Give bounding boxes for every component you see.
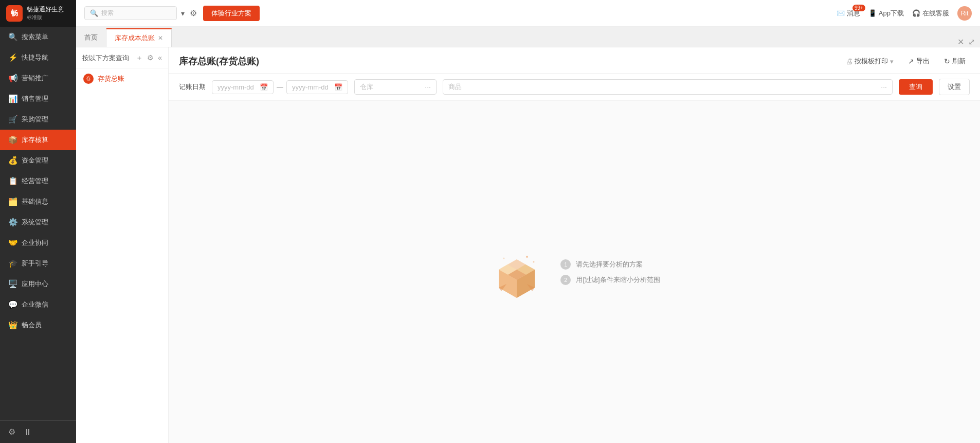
appcenter-icon: 🖥️ [8, 279, 17, 289]
sidebar-item-purchase[interactable]: 🛒 采购管理 [0, 109, 76, 130]
sidebar-item-label: 销售管理 [22, 94, 48, 103]
topbar-search-box[interactable]: 🔍 搜索 [84, 6, 177, 20]
refresh-btn[interactable]: ↻ 刷新 [940, 55, 970, 68]
sidebar-item-label: 企业协同 [22, 238, 48, 247]
sidebar-item-enterprise[interactable]: 🤝 企业协同 [0, 233, 76, 253]
sidebar-item-search[interactable]: 🔍 搜索菜单 [0, 27, 76, 47]
content-area: 按以下方案查询 ＋ ⚙ « 存 存货总账 库存总账(存货总账) [76, 47, 980, 443]
topbar-settings-button[interactable]: ⚙ [190, 8, 197, 18]
collapse-icon[interactable]: ⏸ [24, 428, 32, 437]
sidebar-item-system[interactable]: ⚙️ 系统管理 [0, 212, 76, 233]
tab-close-icon[interactable]: ✕ [158, 34, 163, 42]
marketing-icon: 📢 [8, 74, 17, 83]
logo-icon: 畅 [6, 5, 23, 22]
message-item[interactable]: ✉️ 消息 99+ [837, 9, 860, 18]
sidebar-item-newbie[interactable]: 🎓 新手引导 [0, 253, 76, 274]
export-btn[interactable]: ↗ 导出 [904, 55, 934, 68]
print-template-label: 按模板打印 [855, 57, 888, 66]
sidebar-item-capital[interactable]: 💰 资金管理 [0, 150, 76, 171]
tab-home-label: 首页 [84, 33, 98, 42]
empty-illustration [488, 244, 545, 300]
topbar-right: ✉️ 消息 99+ 📱 App下载 🎧 在线客服 Rit [837, 6, 972, 21]
filter-settings-icon[interactable]: ⚙ [147, 54, 154, 63]
settings-btn[interactable]: 设置 [939, 79, 970, 95]
purchase-icon: 🛒 [8, 115, 17, 124]
svg-point-9 [503, 257, 505, 259]
date-separator: — [277, 83, 283, 91]
sidebar-item-member[interactable]: 👑 畅会员 [0, 315, 76, 335]
close-panel-icon[interactable]: ✕ [957, 37, 964, 47]
phone-icon: 📱 [868, 9, 877, 17]
sidebar-item-shortcut[interactable]: ⚡ 快捷导航 [0, 47, 76, 68]
page-actions: 🖨 按模板打印 ▾ ↗ 导出 ↻ 刷新 [841, 55, 970, 68]
filter-item-stock-ledger[interactable]: 存 存货总账 [76, 68, 168, 89]
svg-point-7 [526, 256, 528, 258]
empty-tip-2: 2 用[过滤]条件来缩小分析范围 [560, 275, 660, 285]
topbar-dropdown-arrow[interactable]: ▾ [181, 9, 185, 17]
trial-btn[interactable]: 体验行业方案 [203, 6, 260, 21]
date-range: yyyy-mm-dd 📅 — yyyy-mm-dd 📅 [212, 80, 348, 94]
main-area: 🔍 搜索 ▾ ⚙ 体验行业方案 ✉️ 消息 99+ 📱 App下载 🎧 在线客服 [76, 0, 980, 443]
sidebar-item-label: 资金管理 [22, 156, 48, 165]
date-start-input[interactable]: yyyy-mm-dd 📅 [212, 80, 274, 94]
print-template-btn[interactable]: 🖨 按模板打印 ▾ [841, 55, 898, 68]
app-badge: 标准版 [27, 14, 64, 21]
filter-item-icon: 存 [83, 74, 94, 84]
refresh-icon: ↻ [944, 57, 950, 65]
tab-inventory-cost[interactable]: 库存成本总账 ✕ [106, 28, 172, 47]
settings-icon[interactable]: ⚙ [8, 427, 15, 437]
app-download-label: App下载 [879, 9, 904, 18]
basic-icon: 🗂️ [8, 197, 17, 206]
page-title: 库存总账(存货总账) [179, 55, 259, 67]
sidebar-item-operation[interactable]: 📋 经营管理 [0, 171, 76, 191]
sidebar-item-label: 畅会员 [22, 321, 42, 330]
page-header: 库存总账(存货总账) 🖨 按模板打印 ▾ ↗ 导出 ↻ 刷新 [169, 47, 980, 74]
sidebar-item-label: 采购管理 [22, 115, 48, 124]
sidebar-item-label: 基础信息 [22, 197, 48, 206]
tab-home[interactable]: 首页 [76, 28, 106, 47]
date-end-input[interactable]: yyyy-mm-dd 📅 [286, 80, 348, 94]
calendar-start-icon: 📅 [260, 83, 268, 91]
warehouse-more-icon: ··· [425, 83, 431, 91]
sales-icon: 📊 [8, 94, 17, 103]
filter-panel-actions: ＋ ⚙ « [136, 54, 162, 63]
inventory-icon: 📦 [8, 135, 17, 145]
filter-item-label: 存货总账 [98, 74, 124, 83]
operation-icon: 📋 [8, 176, 17, 186]
sidebar-item-sales[interactable]: 📊 销售管理 [0, 88, 76, 109]
wechat-icon: 💬 [8, 300, 17, 309]
empty-inner: 1 请先选择要分析的方案 2 用[过滤]条件来缩小分析范围 [488, 244, 660, 300]
topbar-left: 🔍 搜索 ▾ ⚙ 体验行业方案 [84, 6, 837, 21]
tab-inventory-cost-label: 库存成本总账 [115, 33, 155, 43]
warehouse-placeholder: 仓库 [360, 82, 373, 92]
sidebar-item-label: 新手引导 [22, 259, 48, 268]
expand-panel-icon[interactable]: ⤢ [968, 37, 975, 47]
system-icon: ⚙️ [8, 218, 17, 227]
empty-tip-1: 1 请先选择要分析的方案 [560, 259, 660, 270]
sidebar-item-basic[interactable]: 🗂️ 基础信息 [0, 191, 76, 212]
sidebar-item-inventory[interactable]: 📦 库存核算 [0, 130, 76, 150]
refresh-label: 刷新 [952, 57, 966, 66]
app-download-item[interactable]: 📱 App下载 [868, 9, 904, 18]
search-menu-icon: 🔍 [8, 32, 17, 42]
filter-collapse-icon[interactable]: « [158, 54, 162, 63]
calendar-end-icon: 📅 [334, 83, 342, 91]
sidebar-item-label: 库存核算 [22, 135, 48, 145]
message-badge: 99+ [852, 5, 865, 11]
online-service-item[interactable]: 🎧 在线客服 [912, 9, 949, 18]
date-start-placeholder: yyyy-mm-dd [217, 83, 254, 91]
filter-add-icon[interactable]: ＋ [136, 54, 143, 63]
newbie-icon: 🎓 [8, 259, 17, 268]
user-avatar-item[interactable]: Rit [957, 6, 972, 21]
sidebar-item-marketing[interactable]: 📢 营销推广 [0, 68, 76, 88]
app-name: 畅捷通好生意 [27, 6, 64, 14]
filter-panel-header: 按以下方案查询 ＋ ⚙ « [76, 54, 168, 68]
empty-tips: 1 请先选择要分析的方案 2 用[过滤]条件来缩小分析范围 [560, 259, 660, 285]
warehouse-select[interactable]: 仓库 ··· [354, 79, 437, 95]
print-dropdown-icon[interactable]: ▾ [890, 58, 894, 65]
sidebar-item-appcenter[interactable]: 🖥️ 应用中心 [0, 274, 76, 294]
query-btn[interactable]: 查询 [899, 79, 933, 95]
goods-select[interactable]: 商品 ··· [443, 79, 893, 95]
sidebar-item-wechat[interactable]: 💬 企业微信 [0, 294, 76, 315]
tip-num-1: 1 [560, 259, 571, 270]
